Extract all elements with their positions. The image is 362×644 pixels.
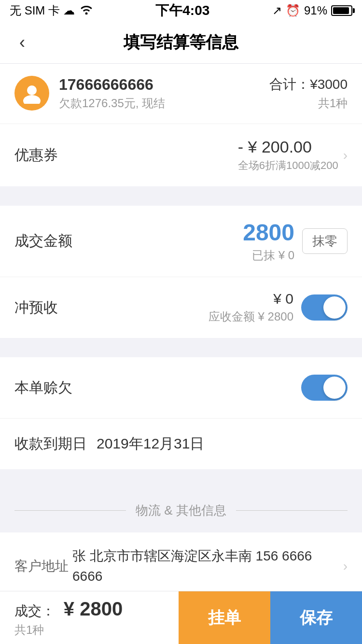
status-time: 下午4:03	[155, 1, 209, 20]
customer-info: 17666666666 欠款1276.35元, 现结	[59, 76, 269, 111]
prepay-label: 冲预收	[14, 298, 58, 318]
coupon-right: - ¥ 200.00 全场6折满1000减200 ›	[238, 138, 348, 173]
footer: 成交： ¥ 2800 共1种 挂单 保存	[0, 591, 362, 644]
separator-3	[0, 479, 362, 489]
deal-amount-row: 成交金额 2800 已抹 ¥ 0 抹零	[0, 206, 362, 277]
footer-deal-label: 成交：	[14, 603, 55, 618]
coupon-row[interactable]: 优惠券 - ¥ 200.00 全场6折满1000减200 ›	[0, 124, 362, 186]
coupon-desc: 全场6折满1000减200	[238, 158, 338, 173]
logistics-line-left	[14, 510, 126, 511]
credit-toggle-thumb	[323, 377, 346, 399]
customer-amount: 合计：¥3000 共1种	[269, 75, 348, 111]
no-sim-label: 无 SIM 卡 ☁	[10, 3, 75, 18]
address-chevron-icon: ›	[343, 559, 348, 574]
wifi-icon	[80, 4, 93, 17]
duedate-row: 收款到期日 2019年12月31日	[0, 418, 362, 469]
customer-row: 17666666666 欠款1276.35元, 现结 合计：¥3000 共1种	[0, 64, 362, 123]
deal-amount-card: 成交金额 2800 已抹 ¥ 0 抹零 冲预收 ¥ 0 应收金额 ¥ 2800	[0, 206, 362, 338]
amount-count: 共1种	[269, 96, 348, 111]
alarm-icon: ⏰	[286, 4, 300, 17]
chevron-right-icon: ›	[343, 148, 348, 163]
credit-toggle[interactable]	[301, 375, 348, 401]
deal-amount-value: 2800	[243, 219, 294, 246]
separator-1	[0, 196, 362, 206]
prepay-amounts: ¥ 0 应收金额 ¥ 2800	[209, 291, 293, 324]
battery-icon	[331, 5, 352, 16]
prepay-toggle[interactable]	[301, 294, 348, 321]
status-left: 无 SIM 卡 ☁	[10, 3, 93, 18]
prepay-row: 冲预收 ¥ 0 应收金额 ¥ 2800	[0, 277, 362, 338]
svg-point-0	[27, 85, 37, 95]
amount-erased: 已抹 ¥ 0	[243, 248, 294, 263]
status-bar: 无 SIM 卡 ☁ 下午4:03 ↗ ⏰ 91%	[0, 0, 362, 21]
page-title: 填写结算等信息	[124, 31, 238, 54]
logistics-title: 物流 & 其他信息	[136, 502, 226, 519]
credit-card: 本单赊欠 收款到期日 2019年12月31日	[0, 357, 362, 469]
address-value: 张 北京市市辖区海淀区永丰南 156 6666 6666	[72, 546, 338, 587]
back-button[interactable]: ‹	[14, 28, 30, 57]
footer-count: 共1种	[14, 622, 164, 638]
customer-sub: 欠款1276.35元, 现结	[59, 96, 269, 111]
footer-info: 成交： ¥ 2800 共1种	[0, 598, 179, 638]
logistics-header: 物流 & 其他信息	[0, 489, 362, 532]
nav-bar: ‹ 填写结算等信息	[0, 21, 362, 64]
prepay-value: ¥ 0	[209, 291, 293, 307]
coupon-discount: - ¥ 200.00	[238, 138, 338, 156]
content: 17666666666 欠款1276.35元, 现结 合计：¥3000 共1种 …	[0, 64, 362, 644]
pending-button[interactable]: 挂单	[179, 591, 270, 644]
deal-amount-label: 成交金额	[14, 231, 72, 251]
separator-2	[0, 348, 362, 357]
customer-phone: 17666666666	[59, 76, 269, 94]
deal-amount-right: 2800 已抹 ¥ 0 抹零	[243, 219, 348, 263]
save-button[interactable]: 保存	[270, 591, 362, 644]
duedate-value: 2019年12月31日	[97, 434, 204, 454]
amount-total: 合计：¥3000	[269, 75, 348, 94]
avatar	[14, 76, 49, 111]
status-right: ↗ ⏰ 91%	[272, 4, 352, 17]
logistics-line-right	[236, 510, 348, 511]
round-zero-button[interactable]: 抹零	[302, 228, 348, 254]
address-row[interactable]: 客户地址 张 北京市市辖区海淀区永丰南 156 6666 6666 ›	[0, 532, 362, 600]
svg-point-1	[23, 95, 41, 104]
duedate-label: 收款到期日	[14, 434, 87, 454]
battery-percent: 91%	[304, 4, 327, 17]
credit-row: 本单赊欠	[0, 357, 362, 418]
prepay-due: 应收金额 ¥ 2800	[209, 309, 293, 324]
coupon-label: 优惠券	[14, 145, 58, 165]
footer-deal-amount: ¥ 2800	[64, 598, 123, 619]
toggle-thumb	[323, 296, 346, 319]
credit-label: 本单赊欠	[14, 378, 72, 398]
location-icon: ↗	[272, 4, 282, 17]
prepay-right: ¥ 0 应收金额 ¥ 2800	[209, 291, 348, 324]
address-label: 客户地址	[14, 557, 72, 575]
footer-deal-row: 成交： ¥ 2800	[14, 598, 164, 620]
customer-card: 17666666666 欠款1276.35元, 现结 合计：¥3000 共1种 …	[0, 64, 362, 186]
